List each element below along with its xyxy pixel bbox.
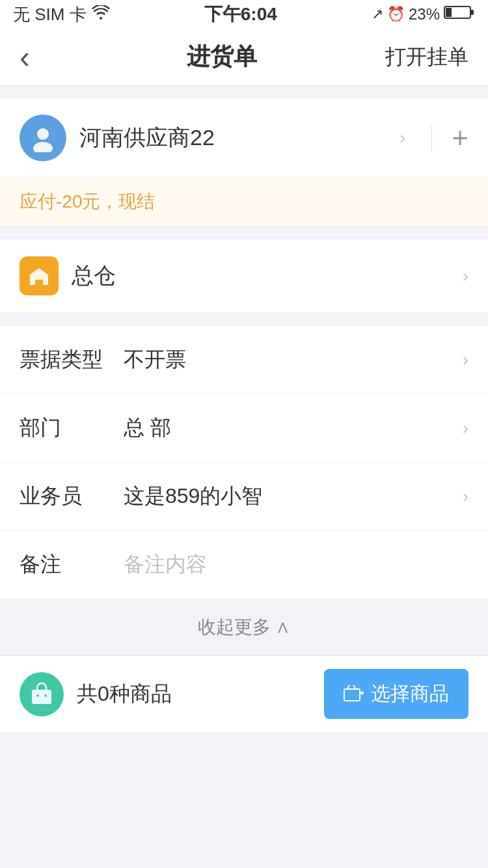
department-row[interactable]: 部门 总 部 › bbox=[0, 394, 488, 463]
page-background bbox=[0, 732, 488, 868]
section-gap-3 bbox=[0, 313, 488, 326]
open-pending-button[interactable]: 打开挂单 bbox=[385, 43, 468, 72]
salesperson-chevron-icon: › bbox=[463, 486, 468, 507]
back-button[interactable]: ‹ bbox=[20, 39, 59, 75]
warehouse-label: 总仓 bbox=[72, 261, 463, 291]
warehouse-row[interactable]: 总仓 › bbox=[0, 239, 488, 313]
select-product-label: 选择商品 bbox=[371, 681, 449, 707]
notice-text: 应付-20元，现结 bbox=[20, 191, 155, 211]
form-section: 票据类型 不开票 › 部门 总 部 › 业务员 这是859的小智 › 备注 备注… bbox=[0, 326, 488, 599]
supplier-divider bbox=[431, 124, 432, 152]
invoice-type-chevron-icon: › bbox=[463, 349, 468, 370]
invoice-type-row[interactable]: 票据类型 不开票 › bbox=[0, 326, 488, 394]
supplier-avatar bbox=[20, 115, 66, 161]
product-icon-bg bbox=[20, 672, 64, 716]
section-gap-1 bbox=[0, 86, 488, 99]
remark-label: 备注 bbox=[20, 550, 111, 579]
product-bar: 共0种商品 选择商品 bbox=[0, 655, 488, 732]
salesperson-row[interactable]: 业务员 这是859的小智 › bbox=[0, 463, 488, 531]
product-count-label: 共0种商品 bbox=[77, 680, 324, 709]
alarm-icon: ⏰ bbox=[387, 6, 405, 23]
wifi-icon bbox=[92, 5, 110, 23]
svg-point-3 bbox=[37, 128, 49, 140]
section-gap-2 bbox=[0, 226, 488, 239]
svg-rect-7 bbox=[32, 690, 51, 704]
invoice-type-value: 不开票 bbox=[111, 346, 463, 374]
department-chevron-icon: › bbox=[463, 418, 468, 439]
status-bar: 无 SIM 卡 下午6:04 ↗ ⏰ 23% bbox=[0, 0, 488, 29]
status-right: ↗ ⏰ 23% bbox=[372, 5, 475, 24]
battery-label: 23% bbox=[409, 5, 440, 23]
warehouse-section: 总仓 › bbox=[0, 239, 488, 313]
salesperson-value: 这是859的小智 bbox=[111, 482, 463, 511]
collapse-row[interactable]: 收起更多 ∧ bbox=[0, 599, 488, 655]
nav-bar: ‹ 进货单 打开挂单 bbox=[0, 29, 488, 86]
svg-point-8 bbox=[36, 694, 39, 697]
invoice-type-label: 票据类型 bbox=[20, 346, 111, 374]
supplier-chevron-icon: › bbox=[400, 128, 405, 148]
add-supplier-button[interactable]: + bbox=[452, 122, 468, 154]
department-value: 总 部 bbox=[111, 414, 463, 442]
location-icon: ↗ bbox=[372, 6, 383, 23]
status-left: 无 SIM 卡 bbox=[13, 3, 110, 26]
svg-rect-1 bbox=[470, 10, 474, 15]
salesperson-label: 业务员 bbox=[20, 482, 111, 511]
collapse-label: 收起更多 ∧ bbox=[198, 615, 291, 640]
page-title: 进货单 bbox=[187, 41, 257, 73]
remark-row[interactable]: 备注 备注内容 bbox=[0, 531, 488, 599]
status-time: 下午6:04 bbox=[204, 2, 277, 27]
supplier-section: 河南供应商22 › + 应付-20元，现结 bbox=[0, 99, 488, 226]
battery-icon bbox=[444, 5, 475, 24]
svg-rect-5 bbox=[35, 280, 39, 285]
svg-rect-6 bbox=[39, 280, 43, 285]
warehouse-icon-bg bbox=[20, 256, 59, 295]
carrier-label: 无 SIM 卡 bbox=[13, 3, 87, 26]
supplier-row[interactable]: 河南供应商22 › + bbox=[0, 99, 488, 178]
notice-banner: 应付-20元，现结 bbox=[0, 178, 488, 226]
remark-input[interactable]: 备注内容 bbox=[111, 550, 468, 579]
supplier-name: 河南供应商22 bbox=[79, 123, 400, 153]
department-label: 部门 bbox=[20, 414, 111, 442]
svg-rect-2 bbox=[446, 8, 452, 17]
warehouse-chevron-icon: › bbox=[463, 265, 468, 286]
svg-point-9 bbox=[44, 694, 47, 697]
select-product-button[interactable]: 选择商品 bbox=[324, 669, 468, 719]
svg-rect-10 bbox=[344, 689, 360, 701]
svg-point-4 bbox=[33, 142, 53, 152]
